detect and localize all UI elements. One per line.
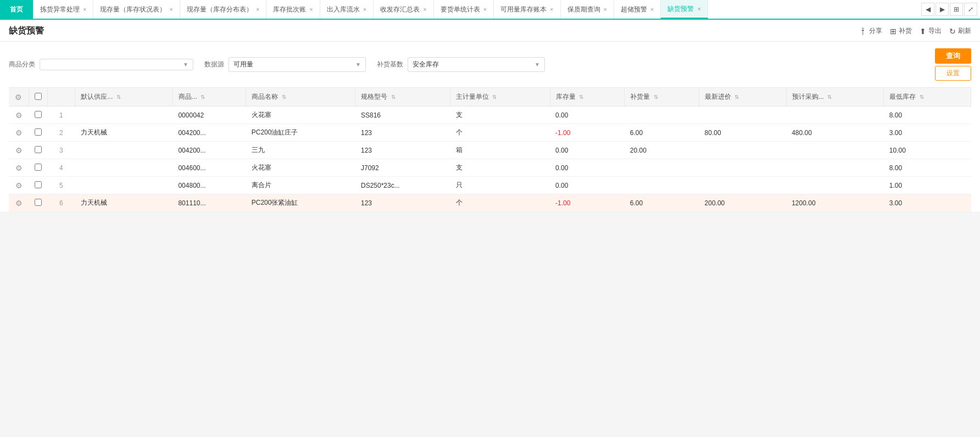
row-latest-price: 200.00: [699, 194, 787, 212]
replenish-basis-select-value: 安全库存: [413, 60, 439, 69]
row-min-stock: 1.00: [884, 177, 971, 194]
row-gear-cell: ⚙: [9, 107, 29, 124]
row-goods-code: 004600...: [172, 159, 246, 177]
row-gear-icon[interactable]: ⚙: [15, 128, 23, 137]
tab-close-inventory-dist[interactable]: ×: [256, 6, 259, 13]
tab-label-batch-account: 库存批次账: [273, 5, 306, 14]
replenish-basis-select[interactable]: 安全库存 ▼: [408, 57, 545, 72]
row-goods-name: 火花塞: [246, 107, 355, 124]
tab-window-button[interactable]: ⊞: [950, 3, 963, 16]
tab-nav-buttons: ◀ ▶ ⊞ ⤢: [921, 3, 980, 16]
tab-close-overstock[interactable]: ×: [650, 6, 654, 13]
tab-item-available-ledger[interactable]: 可用量库存账本×: [494, 0, 560, 19]
tab-fullscreen-button[interactable]: ⤢: [964, 3, 977, 16]
select-all-checkbox[interactable]: [35, 93, 42, 100]
row-checkbox-3[interactable]: [35, 164, 42, 171]
table-row[interactable]: ⚙ 1 0000042 火花塞 SS816 支 0.00 8.00: [9, 107, 971, 124]
refresh-label: 刷新: [958, 26, 971, 36]
tab-item-home[interactable]: 首页: [0, 0, 34, 19]
row-stock-qty: 0.00: [550, 142, 625, 159]
unit-column-header[interactable]: 主计量单位 ⇅: [450, 88, 550, 107]
tab-label-shortage: 缺货预警: [667, 4, 694, 14]
gear-settings-icon[interactable]: ⚙: [15, 93, 22, 102]
datasource-filter-label: 数据源: [204, 60, 224, 69]
tab-item-overstock[interactable]: 超储预警×: [614, 0, 661, 19]
settings-button[interactable]: 设置: [935, 66, 971, 81]
row-gear-icon[interactable]: ⚙: [15, 199, 23, 208]
tab-close-expiry-query[interactable]: ×: [604, 6, 607, 13]
spec-column-header[interactable]: 规格型号 ⇅: [355, 88, 450, 107]
row-checkbox-4[interactable]: [35, 181, 42, 188]
unit-col-label: 主计量单位: [456, 93, 489, 100]
row-goods-name: PC200张紧油缸: [246, 194, 355, 212]
table-row[interactable]: ⚙ 6 力天机械 801110... PC200张紧油缸 123 个 -1.00…: [9, 194, 971, 212]
tab-item-expiry-query[interactable]: 保质期查询×: [561, 0, 614, 19]
latest-price-column-header[interactable]: 最新进价 ⇅: [699, 88, 787, 107]
est-purchase-col-label: 预计采购...: [792, 93, 824, 100]
tab-label-inventory-status: 现存量（库存状况表）: [100, 5, 166, 14]
tab-close-receive-summary[interactable]: ×: [423, 6, 426, 13]
refresh-button[interactable]: ↻ 刷新: [949, 26, 971, 36]
supplier-column-header[interactable]: 默认供应... ⇅: [75, 88, 173, 107]
row-checkbox-cell: [29, 107, 47, 124]
row-checkbox-0[interactable]: [35, 111, 42, 118]
row-spec: 123: [355, 194, 450, 212]
latest-price-col-label: 最新进价: [705, 93, 731, 100]
tab-item-order-stats[interactable]: 要货单统计表×: [434, 0, 494, 19]
tab-close-order-stats[interactable]: ×: [483, 6, 487, 13]
table-row[interactable]: ⚙ 5 004800... 离合片 DS250*23c... 只 0.00 1.…: [9, 177, 971, 194]
row-goods-name: 火花塞: [246, 159, 355, 177]
goods-name-column-header[interactable]: 商品名称 ⇅: [246, 88, 355, 107]
tab-close-inventory-status[interactable]: ×: [169, 6, 172, 13]
row-gear-icon[interactable]: ⚙: [15, 164, 23, 172]
goods-name-sort-icon: ⇅: [282, 94, 286, 100]
replenish-basis-filter-label: 补货基数: [377, 60, 403, 69]
datasource-select[interactable]: 可用量 ▼: [229, 57, 366, 72]
est-purchase-column-header[interactable]: 预计采购... ⇅: [786, 88, 884, 107]
tab-item-inventory-dist[interactable]: 现存量（库存分布表）×: [180, 0, 266, 19]
tab-close-exception[interactable]: ×: [83, 6, 86, 13]
goods-code-col-label: 商品...: [179, 93, 197, 100]
tab-item-inventory-status[interactable]: 现存量（库存状况表）×: [93, 0, 180, 19]
row-min-stock: 8.00: [884, 159, 971, 177]
category-filter-label: 商品分类: [9, 60, 35, 69]
tab-next-button[interactable]: ▶: [936, 3, 949, 16]
tab-close-batch-account[interactable]: ×: [309, 6, 313, 13]
tab-item-shortage[interactable]: 缺货预警×: [661, 0, 708, 19]
share-button[interactable]: ⭱ 分享: [859, 26, 882, 36]
stock-qty-column-header[interactable]: 库存量 ⇅: [550, 88, 625, 107]
replenish-icon: ⊞: [890, 27, 897, 36]
tab-prev-button[interactable]: ◀: [921, 3, 934, 16]
row-gear-icon[interactable]: ⚙: [15, 181, 23, 190]
tab-close-shortage[interactable]: ×: [697, 5, 700, 12]
tab-close-available-ledger[interactable]: ×: [550, 6, 553, 13]
replenish-button[interactable]: ⊞ 补货: [890, 26, 912, 36]
export-button[interactable]: ⬆ 导出: [920, 26, 942, 36]
row-replenish-qty: 6.00: [625, 194, 699, 212]
row-gear-cell: ⚙: [9, 159, 29, 177]
tab-item-batch-account[interactable]: 库存批次账×: [266, 0, 320, 19]
row-gear-icon[interactable]: ⚙: [15, 111, 23, 120]
tab-item-exception[interactable]: 拣货异常处理×: [34, 0, 93, 19]
table-row[interactable]: ⚙ 2 力天机械 004200... PC200油缸庄子 123 个 -1.00…: [9, 124, 971, 142]
row-checkbox-cell: [29, 159, 47, 177]
tab-label-available-ledger: 可用量库存账本: [500, 5, 547, 14]
row-checkbox-5[interactable]: [35, 199, 42, 206]
min-stock-column-header[interactable]: 最低库存 ⇅: [884, 88, 971, 107]
tab-label-overstock: 超储预警: [621, 5, 647, 14]
row-checkbox-2[interactable]: [35, 146, 42, 153]
category-select[interactable]: ▼: [40, 59, 193, 70]
table-row[interactable]: ⚙ 3 004200... 三九 123 箱 0.00 20.00 10.00: [9, 142, 971, 159]
page-header: 缺货预警 ⭱ 分享 ⊞ 补货 ⬆ 导出 ↻ 刷新: [0, 20, 980, 42]
replenish-qty-column-header[interactable]: 补货量 ⇅: [625, 88, 699, 107]
tab-item-inout-flow[interactable]: 出入库流水×: [320, 0, 374, 19]
table-row[interactable]: ⚙ 4 004600... 火花塞 J7092 支 0.00 8.00: [9, 159, 971, 177]
tab-close-inout-flow[interactable]: ×: [363, 6, 366, 13]
row-checkbox-1[interactable]: [35, 128, 42, 136]
goods-code-column-header[interactable]: 商品... ⇅: [172, 88, 246, 107]
tab-item-receive-summary[interactable]: 收发存汇总表×: [374, 0, 433, 19]
row-supplier: [75, 159, 173, 177]
row-gear-icon[interactable]: ⚙: [15, 146, 23, 155]
row-goods-code: 004200...: [172, 124, 246, 142]
query-button[interactable]: 查询: [935, 48, 971, 64]
